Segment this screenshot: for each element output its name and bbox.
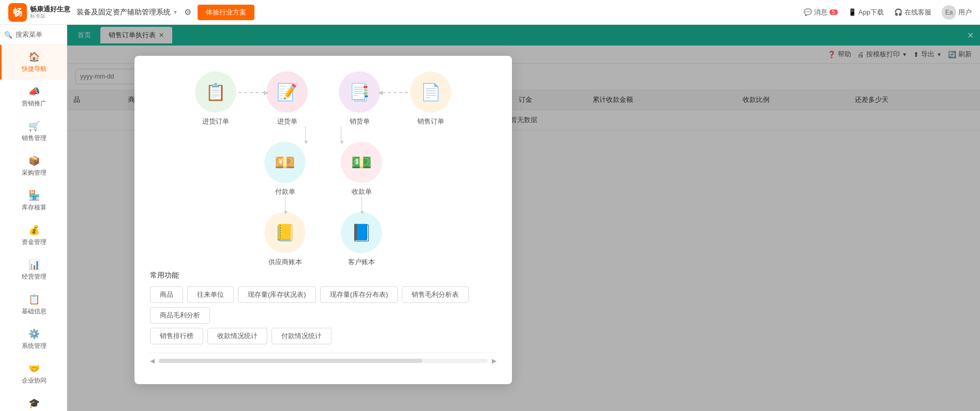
flow-pair-sales: 📑 销货单 ◀ bbox=[339, 71, 451, 126]
flow-node-receipt[interactable]: 💵 bbox=[341, 142, 382, 183]
flow-payment-column: 💴 付款单 bbox=[264, 142, 306, 196]
sidebar-item-marketing[interactable]: 📣 营销推广 bbox=[0, 80, 67, 114]
sidebar-item-guide[interactable]: 🎓 新手引导 bbox=[0, 391, 67, 411]
scroll-track[interactable] bbox=[159, 359, 488, 363]
online-service-label: 在线客服 bbox=[904, 8, 931, 17]
operations-icon: 📊 bbox=[28, 259, 40, 270]
top-bar: 畅 畅康通好生意 标准版 装备及固定资产辅助管理系统 ▼ ⚙ 体验行业方案 💬 … bbox=[0, 0, 980, 25]
message-label: 消息 bbox=[814, 8, 827, 17]
flow-supplier-column: 📒 供应商账本 bbox=[264, 212, 306, 267]
flow-node-payment[interactable]: 💴 bbox=[264, 142, 306, 183]
sidebar-item-label-finance: 资金管理 bbox=[22, 238, 47, 247]
scroll-thumb bbox=[159, 359, 422, 363]
func-btn-stock-distribution[interactable]: 现存量(库存分布表) bbox=[320, 286, 398, 303]
func-btn-receipt-stats[interactable]: 收款情况统计 bbox=[207, 328, 267, 344]
func-btn-stock-status[interactable]: 现存量(库存状况表) bbox=[238, 286, 316, 303]
sidebar-item-quick-nav[interactable]: 🏠 快捷导航 bbox=[0, 45, 67, 80]
enterprise-icon: 🤝 bbox=[28, 363, 40, 374]
payment-label: 付款单 bbox=[275, 187, 295, 196]
customer-account-icon: 📘 bbox=[351, 223, 372, 242]
scroll-right-arrow[interactable]: ▶ bbox=[492, 357, 496, 364]
sidebar-item-system[interactable]: ⚙️ 系统管理 bbox=[0, 322, 67, 357]
message-badge: 5 bbox=[830, 9, 838, 15]
flow-right-column: 📑 销货单 ◀ bbox=[339, 71, 451, 267]
sales-order-node-label: 销售订单 bbox=[417, 117, 444, 126]
search-icon: 🔍 bbox=[4, 31, 12, 39]
user-avatar[interactable]: Ea 用户 bbox=[942, 5, 972, 20]
func-btn-partner[interactable]: 往来单位 bbox=[187, 286, 234, 303]
func-btn-product-profit[interactable]: 商品毛利分析 bbox=[150, 307, 210, 324]
flow-node-supplier-col: 📒 供应商账本 bbox=[264, 212, 306, 267]
sidebar-item-operations[interactable]: 📊 经营管理 bbox=[0, 253, 67, 287]
flow-node-receipt-col: 💵 收款单 bbox=[341, 142, 382, 196]
flow-receipt-column: 💵 收款单 bbox=[341, 142, 382, 196]
user-label: 用户 bbox=[958, 8, 972, 17]
logo-sub: 标准版 bbox=[30, 13, 70, 19]
sidebar-item-label-enterprise: 企业协同 bbox=[22, 376, 47, 385]
flow-pair-purchase: 📋 进货订单 ▶ bbox=[195, 71, 308, 126]
system-title: 装备及固定资产辅助管理系统 bbox=[77, 8, 171, 17]
function-buttons-row2: 销售排行榜 收款情况统计 付款情况统计 bbox=[150, 328, 496, 344]
sidebar-item-base-info[interactable]: 📋 基础信息 bbox=[0, 287, 67, 322]
sidebar-item-enterprise[interactable]: 🤝 企业协同 bbox=[0, 357, 67, 391]
scroll-left-arrow[interactable]: ◀ bbox=[150, 357, 155, 364]
home-icon: 🏠 bbox=[28, 51, 40, 63]
func-btn-product[interactable]: 商品 bbox=[150, 286, 183, 303]
func-btn-payment-stats[interactable]: 付款情况统计 bbox=[272, 328, 331, 344]
base-info-icon: 📋 bbox=[28, 294, 40, 305]
sidebar-item-sales[interactable]: 🛒 销售管理 bbox=[0, 114, 67, 149]
message-button[interactable]: 💬 消息 5 bbox=[804, 8, 838, 17]
func-btn-sales-ranking[interactable]: 销售排行榜 bbox=[150, 328, 203, 344]
sidebar-item-inventory[interactable]: 🏪 库存核算 bbox=[0, 184, 67, 218]
system-dropdown[interactable]: 装备及固定资产辅助管理系统 ▼ bbox=[77, 8, 178, 17]
logo-area: 畅 畅康通好生意 标准版 bbox=[8, 3, 70, 22]
avatar-circle: Ea bbox=[942, 5, 956, 20]
flow-node-supplier-account[interactable]: 📒 bbox=[264, 212, 306, 253]
logo-text: 畅康通好生意 标准版 bbox=[30, 5, 70, 20]
sales-bill-label: 销货单 bbox=[350, 117, 370, 126]
flow-customer-column: 📘 客户账本 bbox=[341, 212, 382, 267]
common-functions-section: 常用功能 商品 往来单位 现存量(库存状况表) 现存量(库存分布表) 销售毛利分… bbox=[150, 271, 496, 344]
payment-icon: 💴 bbox=[275, 153, 295, 172]
common-functions-title: 常用功能 bbox=[150, 271, 496, 280]
sales-icon: 🛒 bbox=[28, 120, 40, 132]
func-btn-sales-profit[interactable]: 销售毛利分析表 bbox=[402, 286, 469, 303]
online-service-button[interactable]: 🎧 在线客服 bbox=[894, 8, 931, 17]
sidebar-item-label-marketing: 营销推广 bbox=[22, 99, 47, 108]
logo-title: 畅康通好生意 bbox=[30, 5, 70, 13]
customer-account-label: 客户账本 bbox=[348, 257, 375, 267]
trial-button[interactable]: 体验行业方案 bbox=[198, 5, 254, 20]
flow-node-customer-col: 📘 客户账本 bbox=[341, 212, 382, 267]
sidebar-item-purchase[interactable]: 📦 采购管理 bbox=[0, 149, 67, 184]
flow-node-sales-order[interactable]: 📄 bbox=[410, 71, 451, 113]
headset-icon: 🎧 bbox=[894, 8, 902, 16]
chevron-down-icon: ▼ bbox=[173, 9, 178, 15]
inventory-icon: 🏪 bbox=[28, 190, 40, 201]
quick-nav-modal: 📋 进货订单 ▶ bbox=[134, 56, 512, 384]
sidebar-item-label-quick-nav: 快捷导航 bbox=[22, 65, 47, 73]
sidebar: 🔍 搜索菜单 🏠 快捷导航 📣 营销推广 🛒 销售管理 📦 采购管理 🏪 bbox=[0, 25, 67, 411]
sidebar-search[interactable]: 🔍 搜索菜单 bbox=[0, 25, 67, 45]
sidebar-item-label-base-info: 基础信息 bbox=[22, 307, 47, 316]
purchase-bill-icon: 📝 bbox=[277, 82, 297, 102]
function-buttons-row1: 商品 往来单位 现存量(库存状况表) 现存量(库存分布表) 销售毛利分析表 商品… bbox=[150, 286, 496, 324]
gear-icon[interactable]: ⚙ bbox=[184, 7, 191, 17]
logo-icon: 畅 bbox=[8, 3, 27, 22]
modal-scrollbar: ◀ ▶ bbox=[150, 353, 496, 369]
sales-order-icon: 📄 bbox=[420, 82, 441, 102]
purchase-bill-label: 进货单 bbox=[277, 117, 297, 126]
top-bar-right: 💬 消息 5 📱 App下载 🎧 在线客服 Ea 用户 bbox=[804, 5, 972, 20]
system-icon: ⚙️ bbox=[28, 328, 40, 340]
content-area: 首页 销售订单执行表 ✕ ✕ ❓ 帮助 🖨 按模板打印 ▼ bbox=[67, 25, 980, 411]
flow-node-sales-bill[interactable]: 📑 bbox=[339, 71, 380, 113]
flow-node-purchase-bill[interactable]: 📝 bbox=[266, 71, 308, 113]
sidebar-item-finance[interactable]: 💰 资金管理 bbox=[0, 218, 67, 253]
finance-icon: 💰 bbox=[28, 224, 40, 236]
flow-node-purchase-order[interactable]: 📋 bbox=[195, 71, 236, 113]
flow-node-purchase-bill-col: 📝 进货单 bbox=[266, 71, 308, 126]
message-icon: 💬 bbox=[804, 8, 812, 16]
flow-node-customer-account[interactable]: 📘 bbox=[341, 212, 382, 253]
guide-icon: 🎓 bbox=[28, 398, 40, 409]
app-download-button[interactable]: 📱 App下载 bbox=[848, 8, 884, 17]
flow-left-column: 📋 进货订单 ▶ bbox=[195, 71, 308, 267]
